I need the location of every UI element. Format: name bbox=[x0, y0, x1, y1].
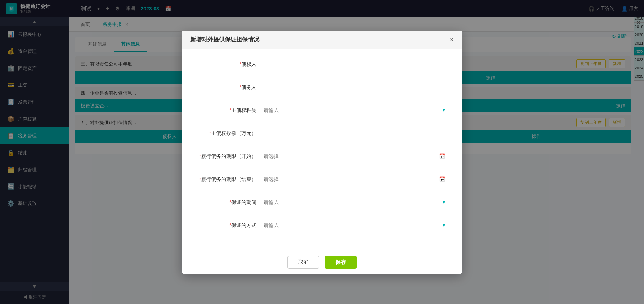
modal-body: *债权人 *债务人 *主债权种类 ▾ bbox=[182, 49, 462, 251]
period-end-label: *履行债务的期限（结束） bbox=[196, 176, 261, 183]
guarantee-period-select-wrap: ▾ bbox=[261, 196, 448, 209]
claim-type-select-wrap: ▾ bbox=[261, 104, 448, 117]
creditor-input[interactable] bbox=[261, 58, 448, 71]
guarantee-method-dropdown-icon[interactable]: ▾ bbox=[443, 222, 448, 228]
form-row-claim-type: *主债权种类 ▾ bbox=[196, 104, 448, 117]
guarantee-method-label: *保证的方式 bbox=[196, 222, 261, 229]
claim-type-input[interactable] bbox=[261, 104, 443, 117]
period-start-label: *履行债务的期限（开始） bbox=[196, 153, 261, 160]
modal-title: 新增对外提供保证担保情况 bbox=[190, 36, 259, 44]
creditor-label: *债权人 bbox=[196, 61, 261, 68]
form-row-period-start: *履行债务的期限（开始） 📅 bbox=[196, 150, 448, 163]
guarantee-period-label: *保证的期间 bbox=[196, 199, 261, 206]
claim-amount-input[interactable] bbox=[261, 127, 448, 140]
period-end-calendar-icon[interactable]: 📅 bbox=[439, 176, 448, 182]
claim-type-dropdown-icon[interactable]: ▾ bbox=[443, 107, 448, 113]
period-end-input[interactable] bbox=[261, 173, 439, 186]
modal-header: 新增对外提供保证担保情况 × bbox=[182, 31, 462, 49]
guarantee-method-select-wrap: ▾ bbox=[261, 219, 448, 232]
debtor-input[interactable] bbox=[261, 81, 448, 94]
guarantee-period-input[interactable] bbox=[261, 196, 443, 209]
debtor-label: *债务人 bbox=[196, 84, 261, 91]
claim-type-label: *主债权种类 bbox=[196, 107, 261, 114]
form-row-creditor: *债权人 bbox=[196, 58, 448, 71]
modal-footer: 取消 保存 bbox=[182, 251, 462, 274]
form-row-debtor: *债务人 bbox=[196, 81, 448, 94]
cancel-button[interactable]: 取消 bbox=[287, 256, 319, 269]
save-button[interactable]: 保存 bbox=[325, 256, 357, 269]
modal-dialog: 新增对外提供保证担保情况 × *债权人 *债务人 *主债权种类 bbox=[182, 31, 462, 274]
modal-overlay: 新增对外提供保证担保情况 × *债权人 *债务人 *主债权种类 bbox=[0, 0, 644, 304]
form-row-guarantee-period: *保证的期间 ▾ bbox=[196, 196, 448, 209]
period-start-input[interactable] bbox=[261, 150, 439, 163]
form-row-claim-amount: *主债权数额（万元） bbox=[196, 127, 448, 140]
guarantee-period-dropdown-icon[interactable]: ▾ bbox=[443, 199, 448, 205]
guarantee-method-input[interactable] bbox=[261, 219, 443, 232]
period-end-date-wrap: 📅 bbox=[261, 173, 448, 186]
period-start-date-wrap: 📅 bbox=[261, 150, 448, 163]
claim-amount-label: *主债权数额（万元） bbox=[196, 130, 261, 137]
form-row-guarantee-method: *保证的方式 ▾ bbox=[196, 219, 448, 232]
form-row-period-end: *履行债务的期限（结束） 📅 bbox=[196, 173, 448, 186]
period-start-calendar-icon[interactable]: 📅 bbox=[439, 153, 448, 159]
modal-close-button[interactable]: × bbox=[450, 36, 454, 43]
